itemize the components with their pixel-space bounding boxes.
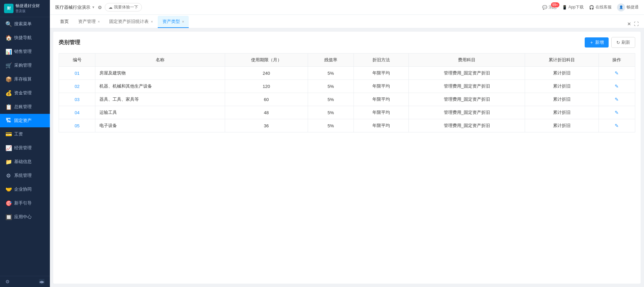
cell-accum-subject: 累计折旧 [525, 80, 599, 93]
main-area: 医疗器械行业演示 ▼ ⚙ ☁ 我要体验一下 💬 消息 99+ 📱 App下载 🎧… [50, 0, 644, 287]
cell-action: ✎ [599, 106, 635, 119]
search-icon: 🔍 [5, 21, 11, 27]
table-header-row: 编号 名称 使用期限（月） 残值率 折旧方法 费用科目 累计折旧科目 操作 [59, 54, 635, 67]
cell-accum-subject: 累计折旧 [525, 93, 599, 106]
sales-icon: 📊 [5, 49, 11, 55]
cell-cost-subject: 管理费用_固定资产折旧 [409, 67, 525, 80]
avatar: 👤 [617, 3, 625, 11]
row-id-link[interactable]: 01 [74, 71, 79, 76]
gear-icon[interactable]: ⚙ [98, 5, 102, 10]
sidebar-collapse-btn[interactable]: ◀▶ [39, 279, 44, 284]
sidebar-item-basic-info[interactable]: 📁 基础信息 [0, 155, 50, 169]
sidebar-item-inventory[interactable]: 📦 库存核算 [0, 72, 50, 86]
tab-asset-management[interactable]: 资产管理 × [73, 16, 104, 28]
tab-asset-type-close[interactable]: × [182, 20, 184, 24]
cell-cost-subject: 管理费用_固定资产折旧 [409, 106, 525, 119]
edit-button[interactable]: ✎ [615, 84, 619, 89]
sidebar-item-ledger[interactable]: 📋 总账管理 [0, 100, 50, 114]
settings-icon[interactable]: ⚙ [5, 279, 10, 284]
table-wrap: 编号 名称 使用期限（月） 残值率 折旧方法 费用科目 累计折旧科目 操作 01… [59, 53, 635, 132]
cell-residual: 5% [308, 93, 354, 106]
app-logo-text: 畅捷通好业财 普及版 [16, 3, 40, 13]
sidebar-item-fixed-assets[interactable]: 🏗 固定资产 [0, 114, 50, 127]
col-method: 折旧方法 [354, 54, 409, 67]
edit-button[interactable]: ✎ [615, 97, 619, 102]
col-action: 操作 [599, 54, 635, 67]
sidebar-item-label: 资金管理 [14, 90, 32, 96]
inventory-icon: 📦 [5, 76, 11, 83]
refresh-icon: ↻ [616, 40, 620, 45]
tab-asset-type-label: 资产类型 [162, 19, 180, 25]
experience-btn[interactable]: ☁ 我要体验一下 [105, 3, 142, 11]
cloud-icon: ☁ [109, 5, 113, 10]
sidebar-item-operations[interactable]: 📈 经营管理 [0, 141, 50, 155]
cell-residual: 5% [308, 67, 354, 80]
system-icon: ⚙ [5, 172, 11, 179]
basic-info-icon: 📁 [5, 159, 11, 165]
edit-button[interactable]: ✎ [615, 70, 619, 76]
tab-asset-type[interactable]: 资产类型 × [158, 16, 189, 28]
cell-period: 120 [225, 80, 308, 93]
sidebar-item-label: 库存核算 [14, 76, 32, 82]
sidebar-item-system[interactable]: ⚙ 系统管理 [0, 169, 50, 183]
cell-action: ✎ [599, 67, 635, 80]
cell-period: 48 [225, 106, 308, 119]
tab-depreciation-table[interactable]: 固定资产折旧统计表 × [104, 16, 157, 28]
purchase-icon: 🛒 [5, 62, 11, 69]
sidebar: 财 畅捷通好业财 普及版 🔍 搜索菜单 🏠 快捷导航 📊 销售管理 🛒 采购管理… [0, 0, 50, 287]
category-table: 编号 名称 使用期限（月） 残值率 折旧方法 费用科目 累计折旧科目 操作 01… [59, 53, 635, 132]
tab-home-label: 首页 [60, 19, 69, 25]
online-service-label: 在线客服 [595, 4, 612, 10]
sidebar-item-guide[interactable]: 🎯 新手引导 [0, 196, 50, 210]
row-id-link[interactable]: 02 [74, 84, 79, 89]
guide-icon: 🎯 [5, 200, 11, 206]
page-actions: ＋ 新增 ↻ 刷新 [585, 37, 635, 48]
sidebar-item-cooperation[interactable]: 🤝 企业协同 [0, 183, 50, 196]
cell-name: 电子设备 [95, 119, 225, 132]
new-button[interactable]: ＋ 新增 [585, 37, 609, 47]
salary-icon: 💳 [5, 131, 11, 137]
row-id-link[interactable]: 05 [74, 123, 79, 128]
sidebar-item-salary[interactable]: 💳 工资 [0, 127, 50, 141]
topbar-right: 💬 消息 99+ 📱 App下载 🎧 在线客服 👤 畅捷通 [542, 3, 639, 11]
sidebar-item-capital[interactable]: 💰 资金管理 [0, 86, 50, 100]
tab-asset-management-close[interactable]: × [98, 20, 100, 24]
sidebar-item-label: 固定资产 [14, 118, 32, 124]
notification-btn[interactable]: 💬 消息 99+ [542, 4, 557, 10]
edit-button[interactable]: ✎ [615, 123, 619, 128]
close-tab-icon[interactable]: ✕ [627, 21, 631, 27]
cell-method: 年限平均 [354, 67, 409, 80]
cell-action: ✎ [599, 119, 635, 132]
sidebar-footer: ⚙ ◀▶ [0, 276, 50, 287]
tab-home[interactable]: 首页 [55, 16, 73, 28]
row-id-link[interactable]: 03 [74, 97, 79, 102]
app-download-btn[interactable]: 📱 App下载 [562, 4, 584, 10]
sidebar-nav: 🔍 搜索菜单 🏠 快捷导航 📊 销售管理 🛒 采购管理 📦 库存核算 💰 资金管… [0, 17, 50, 276]
sidebar-item-search[interactable]: 🔍 搜索菜单 [0, 17, 50, 31]
new-label: 新增 [595, 39, 604, 45]
sidebar-logo: 财 畅捷通好业财 普及版 [0, 0, 50, 17]
row-id-link[interactable]: 04 [74, 110, 79, 115]
sidebar-item-quick-nav[interactable]: 🏠 快捷导航 [0, 31, 50, 45]
user-avatar-btn[interactable]: 👤 畅捷通 [617, 3, 639, 11]
online-service-btn[interactable]: 🎧 在线客服 [589, 4, 612, 10]
cell-cost-subject: 管理费用_固定资产折旧 [409, 80, 525, 93]
tab-depreciation-close[interactable]: × [151, 20, 153, 24]
sidebar-item-label: 销售管理 [14, 49, 32, 55]
sidebar-item-sales[interactable]: 📊 销售管理 [0, 45, 50, 59]
maximize-tab-icon[interactable]: ⛶ [634, 21, 639, 27]
experience-label: 我要体验一下 [114, 4, 138, 10]
cell-cost-subject: 管理费用_固定资产折旧 [409, 119, 525, 132]
table-row: 03 器具、工具、家具等 60 5% 年限平均 管理费用_固定资产折旧 累计折旧… [59, 93, 635, 106]
edit-button[interactable]: ✎ [615, 110, 619, 115]
sidebar-item-purchase[interactable]: 🛒 采购管理 [0, 59, 50, 72]
topbar: 医疗器械行业演示 ▼ ⚙ ☁ 我要体验一下 💬 消息 99+ 📱 App下载 🎧… [50, 0, 644, 15]
tab-depreciation-label: 固定资产折旧统计表 [109, 19, 149, 25]
sidebar-item-label: 快捷导航 [14, 35, 32, 41]
sidebar-item-app-center[interactable]: 🔲 应用中心 [0, 210, 50, 224]
module-selector[interactable]: 医疗器械行业演示 ▼ [55, 4, 95, 10]
sidebar-item-label: 企业协同 [14, 186, 32, 192]
refresh-button[interactable]: ↻ 刷新 [611, 37, 635, 48]
cell-method: 年限平均 [354, 93, 409, 106]
operations-icon: 📈 [5, 145, 11, 151]
